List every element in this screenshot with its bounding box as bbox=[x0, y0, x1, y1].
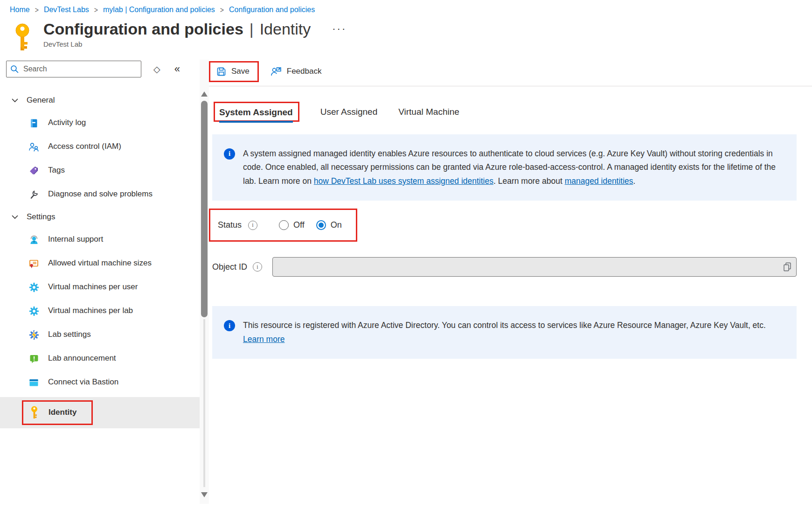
info-tooltip-icon[interactable]: i bbox=[248, 221, 257, 230]
object-id-field bbox=[272, 257, 797, 277]
info-icon: i bbox=[224, 320, 235, 331]
scrollbar-down-arrow[interactable] bbox=[201, 492, 208, 497]
azure-portal-page: Home > DevTest Labs > mylab | Configurat… bbox=[0, 0, 812, 516]
sidebar-item-allowed-vm-sizes[interactable]: Allowed virtual machine sizes bbox=[0, 251, 200, 275]
sidebar-item-label: Activity log bbox=[48, 118, 86, 128]
info-banner-text: A system assigned managed identity enabl… bbox=[243, 147, 783, 188]
copy-icon bbox=[783, 262, 792, 272]
sidebar-scrollbar bbox=[200, 60, 209, 504]
sidebar-item-internal-support[interactable]: Internal support bbox=[0, 228, 200, 251]
save-icon bbox=[216, 67, 226, 77]
link-learn-more[interactable]: Learn more bbox=[243, 335, 285, 344]
info-icon: i bbox=[224, 148, 235, 160]
banner-text: This resource is registered with Azure A… bbox=[243, 321, 766, 330]
search-input[interactable] bbox=[22, 64, 137, 74]
status-radio-on[interactable]: On bbox=[316, 220, 342, 230]
certificate-icon bbox=[28, 258, 40, 269]
announcement-icon bbox=[28, 354, 40, 364]
gear-icon bbox=[28, 282, 40, 293]
radio-unchecked-icon bbox=[279, 220, 289, 230]
annotation-box-save: Save bbox=[209, 61, 259, 82]
annotation-box-status: Status i Off On bbox=[209, 209, 357, 242]
info-banner-system-assigned: i A system assigned managed identity ena… bbox=[212, 134, 797, 201]
gear-icon bbox=[28, 306, 40, 316]
link-managed-identities[interactable]: managed identities bbox=[565, 176, 633, 186]
search-icon bbox=[10, 65, 19, 73]
tab-virtual-machine[interactable]: Virtual Machine bbox=[398, 107, 459, 117]
breadcrumb-link-config-policies[interactable]: Configuration and policies bbox=[229, 6, 315, 14]
sidebar-item-label: Virtual machines per user bbox=[48, 282, 138, 293]
scrollbar-thumb[interactable] bbox=[201, 101, 208, 317]
info-banner-aad: i This resource is registered with Azure… bbox=[212, 306, 797, 359]
tab-user-assigned[interactable]: User Assigned bbox=[320, 107, 378, 117]
sidebar-item-label: Virtual machines per lab bbox=[48, 306, 133, 316]
breadcrumb-link-mylab[interactable]: mylab | Configuration and policies bbox=[103, 6, 215, 14]
status-radio-off[interactable]: Off bbox=[279, 220, 305, 230]
scrollbar-up-arrow[interactable] bbox=[201, 91, 208, 97]
feedback-button[interactable]: Feedback bbox=[271, 66, 322, 77]
search-box bbox=[6, 61, 141, 77]
info-banner-text: This resource is registered with Azure A… bbox=[243, 319, 783, 346]
sidebar-item-vm-per-user[interactable]: Virtual machines per user bbox=[0, 275, 200, 299]
bastion-window-icon bbox=[28, 377, 40, 388]
key-icon bbox=[28, 406, 40, 419]
scrollbar-track[interactable] bbox=[203, 319, 205, 487]
toolbar-divider bbox=[209, 86, 812, 86]
sidebar-section-settings[interactable]: Settings bbox=[0, 206, 200, 228]
radio-on-label: On bbox=[331, 220, 342, 230]
page-title-separator: | bbox=[250, 20, 254, 39]
sidebar-item-lab-announcement[interactable]: Lab announcement bbox=[0, 347, 200, 370]
sidebar-item-activity-log[interactable]: Activity log bbox=[0, 111, 200, 135]
breadcrumb-separator: > bbox=[35, 6, 39, 14]
sidebar-item-label: Lab settings bbox=[48, 329, 91, 340]
radio-checked-icon bbox=[316, 220, 326, 230]
collapse-sidebar-icon[interactable]: « bbox=[174, 64, 180, 74]
sidebar-section-general[interactable]: General bbox=[0, 90, 200, 111]
internal-support-icon bbox=[28, 235, 40, 245]
link-devtest-identities[interactable]: how DevTest Lab uses system assigned ide… bbox=[314, 176, 493, 186]
radio-off-label: Off bbox=[293, 220, 305, 230]
sidebar-item-identity[interactable]: Identity bbox=[0, 397, 200, 428]
breadcrumb-separator: > bbox=[94, 6, 98, 14]
page-title: Configuration and policies | Identity ··… bbox=[43, 20, 347, 39]
save-button[interactable]: Save bbox=[216, 67, 250, 77]
breadcrumb: Home > DevTest Labs > mylab | Configurat… bbox=[0, 0, 812, 14]
page-title-primary: Configuration and policies bbox=[43, 20, 243, 39]
page-title-secondary: Identity bbox=[260, 20, 311, 39]
section-label: Settings bbox=[27, 212, 55, 222]
breadcrumb-link-home[interactable]: Home bbox=[10, 6, 30, 14]
feedback-icon bbox=[271, 66, 282, 77]
object-id-label: Object ID bbox=[212, 262, 247, 272]
object-id-row: Object ID i bbox=[212, 257, 797, 277]
feedback-label: Feedback bbox=[287, 67, 322, 76]
sidebar-item-diagnose[interactable]: Diagnose and solve problems bbox=[0, 182, 200, 206]
tab-system-assigned[interactable]: System Assigned bbox=[219, 107, 293, 123]
sidebar-item-connect-bastion[interactable]: Connect via Bastion bbox=[0, 370, 200, 394]
command-bar: Save Feedback bbox=[209, 60, 812, 83]
lab-settings-gear-icon bbox=[28, 330, 40, 340]
pin-diamond-icon[interactable]: ◇ bbox=[153, 65, 160, 74]
access-control-icon bbox=[28, 142, 40, 152]
sidebar-item-tags[interactable]: Tags bbox=[0, 159, 200, 182]
sidebar-item-label: Diagnose and solve problems bbox=[48, 189, 153, 200]
sidebar-nav: General Activity log bbox=[0, 90, 200, 428]
tags-icon bbox=[28, 166, 40, 176]
page-header: Configuration and policies | Identity ··… bbox=[0, 14, 812, 54]
sidebar-item-label: Allowed virtual machine sizes bbox=[48, 258, 152, 269]
chevron-down-icon bbox=[11, 97, 19, 104]
section-label: General bbox=[27, 96, 55, 105]
sidebar: ◇ « General bbox=[0, 60, 200, 504]
page-subtitle: DevTest Lab bbox=[43, 40, 347, 48]
sidebar-item-vm-per-lab[interactable]: Virtual machines per lab bbox=[0, 299, 200, 323]
copy-button[interactable] bbox=[778, 262, 796, 272]
sidebar-item-label: Internal support bbox=[48, 234, 103, 245]
sidebar-item-label: Tags bbox=[48, 165, 65, 176]
breadcrumb-link-devtest-labs[interactable]: DevTest Labs bbox=[44, 6, 89, 14]
key-icon bbox=[14, 23, 31, 54]
sidebar-item-access-control[interactable]: Access control (IAM) bbox=[0, 135, 200, 159]
sidebar-item-label: Lab announcement bbox=[48, 353, 116, 364]
save-label: Save bbox=[231, 67, 250, 76]
sidebar-item-lab-settings[interactable]: Lab settings bbox=[0, 323, 200, 347]
info-tooltip-icon[interactable]: i bbox=[253, 262, 262, 272]
banner-text: . Learn more about bbox=[493, 176, 565, 186]
